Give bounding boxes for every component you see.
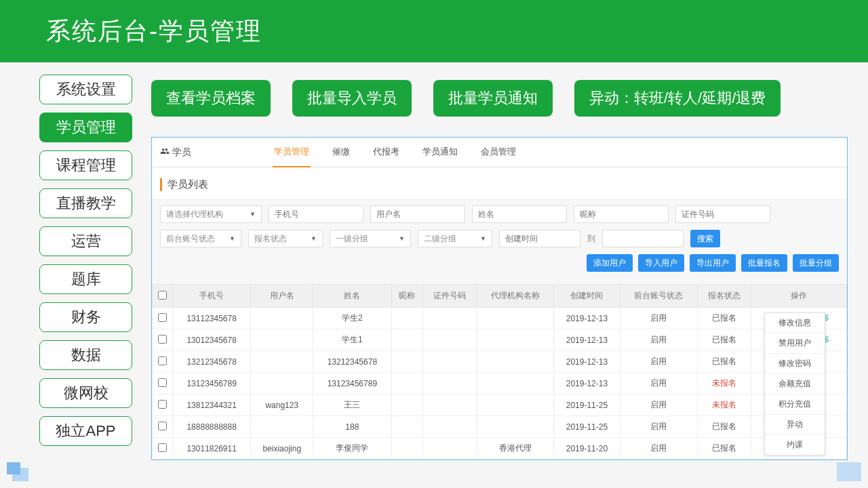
group1-select[interactable]: 一级分组▼ bbox=[330, 230, 411, 247]
table-cell: 启用 bbox=[620, 416, 697, 438]
panel-tab-3[interactable]: 学员通知 bbox=[421, 138, 459, 167]
row-checkbox[interactable] bbox=[158, 400, 167, 409]
panel-tab-1[interactable]: 催缴 bbox=[331, 138, 351, 167]
sidebar-item-0[interactable]: 系统设置 bbox=[39, 75, 132, 104]
decoration-icon bbox=[7, 462, 31, 481]
table-cell bbox=[153, 308, 173, 329]
sidebar-item-6[interactable]: 财务 bbox=[39, 302, 132, 332]
table-cell bbox=[391, 308, 422, 329]
table-cell: 启用 bbox=[620, 394, 697, 416]
table-cell: 2019-11-25 bbox=[553, 394, 620, 416]
bulk-button-2[interactable]: 导出用户 bbox=[690, 254, 736, 272]
row-checkbox[interactable] bbox=[158, 422, 167, 430]
bulk-button-3[interactable]: 批量报名 bbox=[741, 254, 787, 272]
idno-input[interactable] bbox=[675, 205, 770, 223]
sidebar-item-2[interactable]: 课程管理 bbox=[39, 150, 132, 180]
table-cell bbox=[153, 394, 173, 416]
row-checkbox[interactable] bbox=[158, 443, 167, 452]
table-cell: 已报名 bbox=[697, 438, 751, 460]
table-cell: 王三 bbox=[313, 394, 391, 416]
table-cell: 未报名 bbox=[697, 373, 751, 394]
users-icon bbox=[160, 146, 170, 158]
table-cell bbox=[391, 416, 422, 438]
filter-area: 请选择代理机构▼ 前台账号状态▼ 报名状态▼ 一级分组▼ 二级分组▼ 到 搜索 bbox=[152, 199, 847, 284]
table-cell bbox=[477, 373, 553, 394]
action-button-2[interactable]: 批量学员通知 bbox=[433, 80, 553, 117]
search-button[interactable]: 搜索 bbox=[690, 230, 720, 247]
dropdown-item-4[interactable]: 积分充值 bbox=[765, 394, 825, 415]
create-time-to-input[interactable] bbox=[602, 230, 684, 247]
row-checkbox[interactable] bbox=[158, 357, 167, 365]
decoration-icon bbox=[837, 462, 861, 481]
sidebar-item-4[interactable]: 运营 bbox=[39, 226, 132, 256]
nickname-input[interactable] bbox=[574, 205, 669, 223]
name-input[interactable] bbox=[472, 205, 567, 223]
table-cell: 2019-12-13 bbox=[553, 373, 620, 394]
dropdown-item-3[interactable]: 余额充值 bbox=[765, 374, 825, 394]
table-cell bbox=[251, 416, 313, 438]
select-all-checkbox[interactable] bbox=[158, 291, 167, 300]
bulk-button-1[interactable]: 导入用户 bbox=[638, 254, 684, 272]
enroll-status-select[interactable]: 报名状态▼ bbox=[248, 230, 323, 247]
dropdown-item-6[interactable]: 约课 bbox=[765, 435, 825, 455]
dropdown-item-0[interactable]: 修改信息 bbox=[765, 313, 825, 333]
sidebar-item-9[interactable]: 独立APP bbox=[39, 416, 132, 446]
table-cell: 2019-11-25 bbox=[553, 416, 620, 438]
row-checkbox[interactable] bbox=[158, 335, 167, 344]
table-cell: 13112345678 bbox=[173, 308, 251, 329]
table-cell bbox=[153, 373, 173, 394]
chevron-down-icon: ▼ bbox=[250, 211, 256, 218]
table-cell bbox=[477, 308, 553, 329]
table-header: 用户名 bbox=[251, 285, 313, 308]
table-header: 创建时间 bbox=[553, 285, 620, 308]
action-button-0[interactable]: 查看学员档案 bbox=[151, 80, 271, 117]
sidebar-item-1[interactable]: 学员管理 bbox=[39, 113, 132, 142]
table-cell: 2019-12-13 bbox=[553, 308, 620, 329]
table-cell: 13011826911 bbox=[173, 438, 251, 460]
table-cell: 13212345678 bbox=[173, 351, 251, 373]
table-cell: 13812344321 bbox=[173, 394, 251, 416]
action-button-3[interactable]: 异动：转班/转人/延期/退费 bbox=[574, 80, 781, 117]
panel-tab-0[interactable]: 学员管理 bbox=[273, 138, 311, 167]
table-cell: 启用 bbox=[620, 438, 697, 460]
username-input[interactable] bbox=[370, 205, 465, 223]
row-checkbox[interactable] bbox=[158, 313, 167, 322]
table-row: 13011826911beixiaojing李俊同学香港代理2019-11-20… bbox=[153, 438, 847, 460]
table-cell: 学生2 bbox=[313, 308, 391, 329]
breadcrumb: 学员 bbox=[160, 146, 252, 159]
table-cell bbox=[391, 329, 422, 351]
panel-tab-4[interactable]: 会员管理 bbox=[479, 138, 517, 167]
sidebar-item-3[interactable]: 直播教学 bbox=[39, 188, 132, 218]
table-cell bbox=[391, 438, 422, 460]
table-cell bbox=[422, 416, 477, 438]
row-checkbox[interactable] bbox=[158, 378, 167, 387]
bulk-button-0[interactable]: 添加用户 bbox=[587, 254, 633, 272]
table-cell: beixiaojing bbox=[251, 438, 313, 460]
table-cell bbox=[391, 394, 422, 416]
sidebar-item-8[interactable]: 微网校 bbox=[39, 378, 132, 408]
phone-input[interactable] bbox=[269, 205, 363, 223]
group2-select[interactable]: 二级分组▼ bbox=[418, 230, 492, 247]
dropdown-item-1[interactable]: 禁用用户 bbox=[765, 333, 825, 354]
table-cell bbox=[391, 373, 422, 394]
table-cell: 李俊同学 bbox=[313, 438, 391, 460]
sidebar-item-5[interactable]: 题库 bbox=[39, 264, 132, 294]
table-cell bbox=[251, 308, 313, 329]
dropdown-item-5[interactable]: 异动 bbox=[765, 415, 825, 435]
chevron-down-icon: ▼ bbox=[399, 235, 405, 242]
table-cell bbox=[422, 438, 477, 460]
table-cell: 已报名 bbox=[697, 308, 751, 329]
agency-select[interactable]: 请选择代理机构▼ bbox=[160, 205, 262, 223]
create-time-from-input[interactable] bbox=[499, 230, 580, 247]
page-title: 系统后台-学员管理 bbox=[46, 15, 262, 48]
table-cell: 2019-11-20 bbox=[553, 438, 620, 460]
dropdown-item-2[interactable]: 修改密码 bbox=[765, 354, 825, 374]
table-cell bbox=[422, 308, 477, 329]
table-cell: 已报名 bbox=[697, 329, 751, 351]
sidebar-item-7[interactable]: 数据 bbox=[39, 340, 132, 370]
bulk-button-4[interactable]: 批量分组 bbox=[793, 254, 839, 272]
table-cell bbox=[477, 351, 553, 373]
front-status-select[interactable]: 前台账号状态▼ bbox=[160, 230, 241, 247]
panel-tab-2[interactable]: 代报考 bbox=[372, 138, 401, 167]
action-button-1[interactable]: 批量导入学员 bbox=[292, 80, 412, 117]
